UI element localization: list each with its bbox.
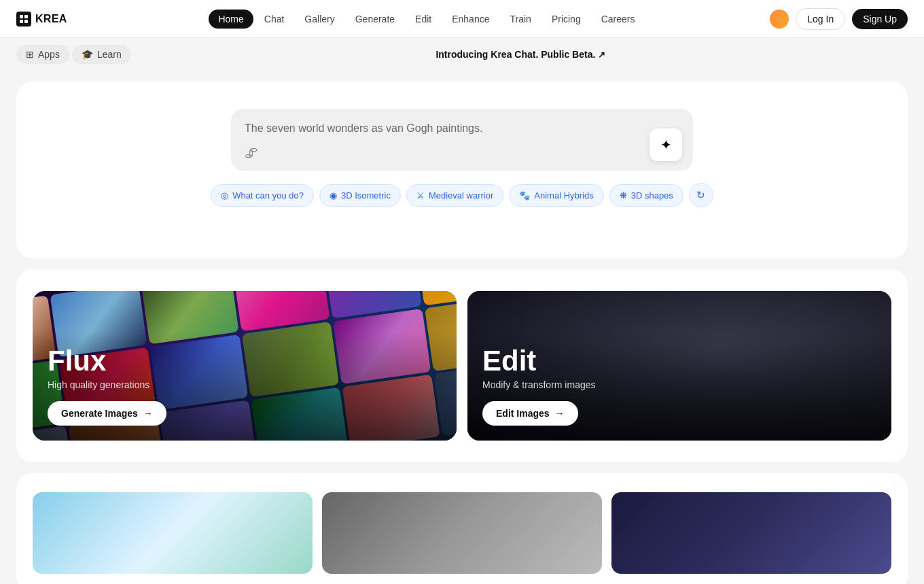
nav-item-pricing[interactable]: Pricing	[542, 10, 590, 29]
bottom-card-2[interactable]	[322, 492, 602, 574]
nav-item-edit[interactable]: Edit	[406, 10, 441, 29]
cards-grid: Flux High quality generations Generate I…	[33, 291, 891, 441]
flux-card-subtitle: High quality generations	[48, 379, 442, 390]
search-box: The seven world wonders as van Gogh pain…	[231, 109, 693, 171]
nav-item-generate[interactable]: Generate	[346, 10, 404, 29]
svg-rect-3	[24, 20, 28, 23]
subnav: ⊞ Apps 🎓 Learn Introducing Krea Chat. Pu…	[0, 38, 924, 71]
search-submit-button[interactable]: ✦	[650, 128, 682, 161]
refresh-chips-button[interactable]: ↻	[689, 183, 713, 207]
edit-images-button[interactable]: Edit Images →	[482, 401, 578, 426]
nav-item-train[interactable]: Train	[500, 10, 540, 29]
edit-card-title: Edit	[482, 345, 876, 377]
suggestion-chips: ◎ What can you do? ◉ 3D Isometric ⚔ Medi…	[211, 183, 713, 207]
subnav-item-apps[interactable]: ⊞ Apps	[16, 45, 69, 64]
chip-animal-hybrids[interactable]: 🐾 Animal Hybrids	[509, 184, 603, 207]
flux-card-content: Flux High quality generations Generate I…	[33, 332, 457, 441]
edit-card-content: Edit Modify & transform images Edit Imag…	[467, 332, 891, 441]
svg-rect-1	[24, 15, 28, 18]
mosaic-tile	[415, 291, 457, 306]
login-button[interactable]: Log In	[796, 8, 845, 30]
flux-card[interactable]: Flux High quality generations Generate I…	[33, 291, 457, 441]
bottom-grid	[33, 492, 891, 574]
edit-card[interactable]: Edit Modify & transform images Edit Imag…	[467, 291, 891, 441]
bottom-section	[16, 473, 908, 584]
nav-menu: Home Chat Gallery Generate Edit Enhance …	[84, 10, 770, 29]
hero-section: The seven world wonders as van Gogh pain…	[16, 82, 908, 258]
brand-name: KREA	[35, 13, 67, 25]
chip-3d-shapes[interactable]: ❋ 3D shapes	[609, 184, 683, 207]
bottom-card-1[interactable]	[33, 492, 313, 574]
nav-item-home[interactable]: Home	[209, 10, 253, 29]
chip-icon-4: ❋	[620, 190, 627, 201]
chip-label-4: 3D shapes	[631, 190, 673, 201]
logo-icon	[16, 12, 31, 27]
generate-images-button[interactable]: Generate Images →	[48, 401, 166, 426]
nav-item-gallery[interactable]: Gallery	[295, 10, 344, 29]
search-placeholder[interactable]: The seven world wonders as van Gogh pain…	[245, 121, 643, 136]
subnav-learn-label: Learn	[97, 49, 122, 60]
announcement-text: Introducing Krea Chat. Public Beta.	[436, 49, 595, 60]
signup-button[interactable]: Sign Up	[852, 9, 908, 29]
sparkle-icon: ✦	[660, 137, 672, 153]
nav-item-enhance[interactable]: Enhance	[442, 10, 499, 29]
chip-3d-isometric[interactable]: ◉ 3D Isometric	[319, 184, 401, 207]
learn-icon: 🎓	[82, 49, 93, 60]
attach-icon[interactable]: 🖇	[245, 145, 258, 160]
brand-logo[interactable]: KREA	[16, 12, 67, 27]
chip-label-2: Medieval warrior	[429, 190, 493, 201]
search-content: The seven world wonders as van Gogh pain…	[245, 121, 643, 161]
refresh-icon: ↻	[696, 189, 705, 201]
main-content: The seven world wonders as van Gogh pain…	[0, 82, 924, 584]
chip-label-0: What can you do?	[232, 190, 304, 201]
chip-label-3: Animal Hybrids	[534, 190, 593, 201]
user-avatar[interactable]	[770, 10, 789, 29]
navbar: KREA Home Chat Gallery Generate Edit Enh…	[0, 0, 924, 38]
subnav-apps-label: Apps	[38, 49, 60, 60]
nav-item-chat[interactable]: Chat	[255, 10, 294, 29]
flux-card-title: Flux	[48, 345, 442, 377]
feature-cards-section: Flux High quality generations Generate I…	[16, 269, 908, 462]
chip-icon-3: 🐾	[519, 190, 530, 201]
edit-card-subtitle: Modify & transform images	[482, 379, 876, 390]
svg-rect-0	[20, 15, 23, 18]
announcement-banner[interactable]: Introducing Krea Chat. Public Beta. ↗	[134, 49, 908, 60]
apps-icon: ⊞	[26, 49, 34, 60]
generate-images-label: Generate Images	[61, 408, 138, 419]
chip-medieval-warrior[interactable]: ⚔ Medieval warrior	[406, 184, 503, 207]
chip-icon-0: ◎	[221, 190, 228, 201]
edit-images-label: Edit Images	[496, 408, 550, 419]
svg-rect-2	[20, 20, 23, 23]
nav-item-careers[interactable]: Careers	[592, 10, 645, 29]
edit-images-arrow: →	[555, 408, 565, 419]
chip-icon-2: ⚔	[416, 190, 425, 201]
chip-label-1: 3D Isometric	[341, 190, 391, 201]
announcement-arrow: ↗	[598, 50, 605, 60]
subnav-item-learn[interactable]: 🎓 Learn	[72, 45, 131, 64]
chip-what-can-you-do[interactable]: ◎ What can you do?	[211, 184, 314, 207]
chip-icon-1: ◉	[330, 190, 337, 201]
navbar-actions: Log In Sign Up	[770, 8, 908, 30]
generate-images-arrow: →	[143, 408, 153, 419]
bottom-card-3[interactable]	[611, 492, 891, 574]
